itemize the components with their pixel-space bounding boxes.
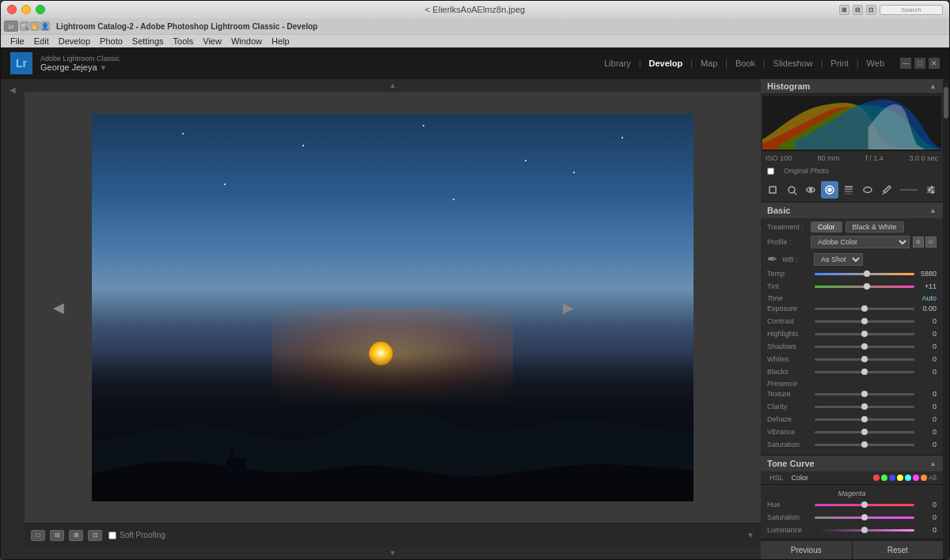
histogram-collapse[interactable]: ▲ (929, 82, 937, 90)
dehaze-thumb[interactable] (861, 416, 868, 422)
shadows-slider[interactable] (815, 346, 914, 348)
whites-thumb[interactable] (861, 356, 868, 362)
blacks-thumb[interactable] (861, 369, 868, 375)
hsl-tab[interactable]: HSL (767, 473, 786, 482)
temp-thumb[interactable] (864, 271, 870, 277)
wb-eyedropper[interactable]: ✒ (767, 252, 777, 267)
photo-next-arrow[interactable]: ▶ (563, 299, 574, 316)
search-bar[interactable]: Search (880, 5, 943, 15)
radial-filter-tool[interactable] (859, 181, 876, 199)
exposure-slider[interactable] (815, 308, 914, 310)
dot-green[interactable] (881, 475, 887, 481)
vibrance-thumb[interactable] (861, 429, 868, 435)
menu-edit[interactable]: Edit (29, 35, 54, 47)
top-collapse-arrow[interactable]: ▲ (390, 81, 397, 89)
dehaze-slider[interactable] (815, 418, 914, 421)
menu-file[interactable]: File (6, 35, 29, 47)
saturation-slider[interactable] (815, 444, 914, 446)
magenta-hue-slider[interactable] (815, 504, 914, 506)
module-book[interactable]: Book (729, 59, 762, 68)
restore-btn[interactable]: □ (914, 58, 925, 69)
reset-button[interactable]: Reset (852, 541, 944, 559)
color-tab[interactable]: Color (789, 473, 811, 482)
texture-slider[interactable] (815, 393, 914, 395)
dot-red[interactable] (873, 475, 880, 481)
tb-icon3[interactable]: ⊡ (866, 5, 876, 15)
magenta-hue-thumb[interactable] (861, 501, 868, 508)
profile-icon-2[interactable]: ⊟ (925, 236, 937, 248)
module-slideshow[interactable]: Slideshow (767, 59, 819, 68)
shadows-thumb[interactable] (861, 343, 868, 350)
soft-proofing-checkbox[interactable] (108, 532, 116, 539)
maximize-button[interactable] (36, 5, 45, 14)
module-web[interactable]: Web (861, 59, 891, 68)
slider-tool[interactable] (922, 181, 940, 199)
magenta-lum-thumb[interactable] (861, 527, 868, 533)
view-single[interactable]: □ (31, 530, 45, 541)
saturation-thumb[interactable] (861, 441, 868, 448)
menu-develop[interactable]: Develop (54, 35, 95, 47)
magenta-lum-slider[interactable] (815, 529, 914, 532)
menu-tools[interactable]: Tools (169, 35, 199, 47)
module-library[interactable]: Library (598, 59, 637, 68)
contrast-slider[interactable] (815, 320, 914, 323)
module-map[interactable]: Map (694, 59, 724, 68)
tone-auto[interactable]: Auto (922, 294, 937, 302)
soft-proofing-toggle[interactable]: Soft Proofing (108, 531, 165, 539)
lr-toolbar-btn1[interactable]: Lr (4, 21, 18, 32)
hand-icon[interactable]: ✋ (30, 21, 40, 31)
profile-select[interactable]: Adobe Color (811, 236, 910, 248)
menu-photo[interactable]: Photo (95, 35, 127, 47)
magnify-icon[interactable]: 🔍 (20, 21, 29, 31)
vibrance-slider[interactable] (815, 431, 914, 433)
minimize-button[interactable] (21, 5, 31, 14)
whites-slider[interactable] (815, 358, 914, 361)
magenta-sat-slider[interactable] (815, 516, 914, 519)
clarity-slider[interactable] (815, 406, 914, 408)
contrast-thumb[interactable] (861, 318, 868, 324)
exposure-thumb[interactable] (861, 305, 868, 312)
highlights-slider[interactable] (815, 333, 914, 335)
dot-orange[interactable] (921, 475, 927, 481)
redeye-tool[interactable] (802, 181, 819, 199)
filmstrip-collapse[interactable]: ▼ (747, 531, 754, 539)
temp-slider[interactable] (815, 273, 914, 275)
texture-thumb[interactable] (861, 391, 868, 397)
dot-all[interactable]: All (929, 474, 937, 482)
basic-collapse[interactable]: ▲ (929, 206, 937, 214)
color-btn[interactable]: Color (811, 221, 842, 233)
spot-removal-tool[interactable] (783, 181, 800, 199)
photo-prev-arrow[interactable]: ◀ (53, 299, 64, 316)
bottom-collapse-arrow[interactable]: ▼ (390, 549, 397, 557)
view-survey[interactable]: ⊞ (69, 530, 83, 541)
user-dropdown-arrow[interactable]: ▼ (100, 63, 108, 72)
menu-window[interactable]: Window (226, 35, 267, 47)
graduated-filter-tool[interactable] (840, 181, 857, 199)
profile-icon-1[interactable]: ⊞ (913, 236, 924, 248)
dot-yellow[interactable] (897, 475, 903, 481)
previous-button[interactable]: Previous (761, 541, 852, 559)
module-develop[interactable]: Develop (642, 59, 689, 68)
wb-select[interactable]: As Shot (814, 253, 863, 266)
close-button[interactable] (7, 5, 17, 14)
tb-icon2[interactable]: ⊟ (853, 5, 863, 15)
crop-tool[interactable] (764, 181, 781, 199)
scroll-thumb[interactable] (944, 87, 948, 119)
magenta-sat-thumb[interactable] (861, 514, 868, 520)
dot-magenta[interactable] (913, 475, 919, 481)
right-panel-scrollbar[interactable] (943, 79, 949, 559)
view-compare[interactable]: ⊟ (50, 530, 64, 541)
original-photo-checkbox[interactable] (767, 168, 774, 175)
tb-icon1[interactable]: ⊞ (839, 5, 849, 15)
close-btn[interactable]: ✕ (929, 58, 940, 69)
tint-slider[interactable] (815, 286, 914, 288)
masking-tool[interactable] (821, 181, 838, 199)
left-panel-toggle[interactable]: ◀ (9, 85, 17, 94)
menu-help[interactable]: Help (267, 35, 294, 47)
menu-settings[interactable]: Settings (127, 35, 169, 47)
blacks-slider[interactable] (815, 371, 914, 373)
highlights-thumb[interactable] (861, 331, 868, 337)
dot-blue[interactable] (889, 475, 895, 481)
bw-btn[interactable]: Black & White (846, 221, 904, 233)
module-print[interactable]: Print (824, 59, 855, 68)
